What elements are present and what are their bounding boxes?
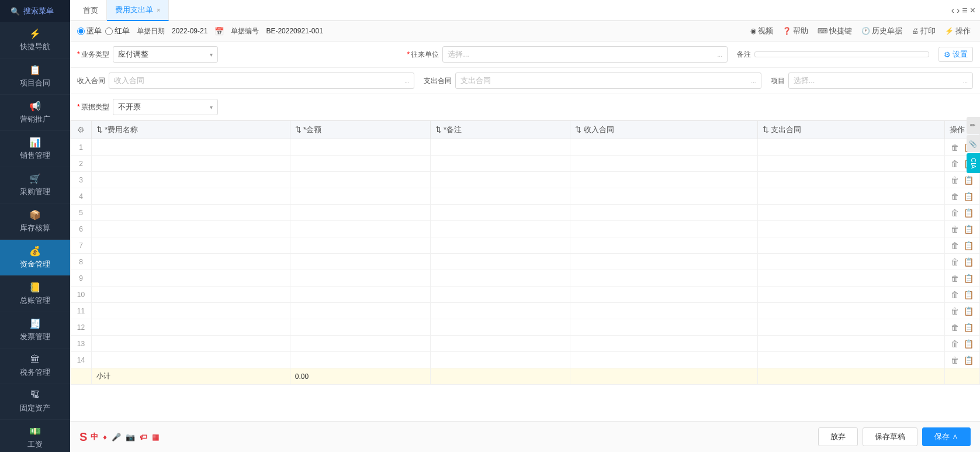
delete-row-btn[interactable]: 🗑 <box>951 257 959 267</box>
row-expense-contract[interactable] <box>757 303 944 319</box>
table-header-amount[interactable]: ⇅ *金额 <box>290 121 430 139</box>
project-input[interactable]: 选择... ... <box>788 73 973 89</box>
invoice-type-select[interactable]: 不开票 ▾ <box>113 99 218 115</box>
red-radio-label[interactable]: 红单 <box>105 26 130 36</box>
row-expense-name[interactable] <box>92 139 290 156</box>
delete-row-btn[interactable]: 🗑 <box>951 356 959 365</box>
copy-row-btn[interactable]: 📋 <box>964 225 974 234</box>
row-expense-contract[interactable] <box>757 254 944 270</box>
row-amount[interactable] <box>290 270 430 287</box>
copy-row-btn[interactable]: 📋 <box>964 208 974 218</box>
row-amount[interactable] <box>290 319 430 336</box>
right-tab-edit[interactable]: ✏ <box>967 117 980 134</box>
delete-row-btn[interactable]: 🗑 <box>951 225 959 234</box>
sidebar-item-payroll[interactable]: 💵工资 <box>0 420 70 452</box>
sidebar-item-capital-mgmt[interactable]: 💰资金管理 <box>0 240 70 276</box>
shortcut-btn[interactable]: ⌨ 快捷键 <box>815 25 854 37</box>
row-expense-name[interactable] <box>92 156 290 172</box>
tab-close-all-icon[interactable]: × <box>970 5 975 16</box>
partner-input[interactable]: 选择... ... <box>442 46 728 63</box>
row-remark[interactable] <box>430 287 570 303</box>
tab-expense-form[interactable]: 费用支出单× <box>107 0 169 21</box>
row-remark[interactable] <box>430 188 570 205</box>
save-draft-button[interactable]: 保存草稿 <box>863 427 917 446</box>
delete-row-btn[interactable]: 🗑 <box>951 192 959 201</box>
row-remark[interactable] <box>430 319 570 336</box>
blue-radio[interactable] <box>77 27 85 35</box>
discard-button[interactable]: 放弃 <box>818 427 858 446</box>
brand-icon-4[interactable]: 📷 <box>126 433 135 441</box>
row-expense-name[interactable] <box>92 352 290 368</box>
delete-row-btn[interactable]: 🗑 <box>951 143 959 152</box>
row-amount[interactable] <box>290 205 430 221</box>
row-expense-name[interactable] <box>92 287 290 303</box>
row-remark[interactable] <box>430 336 570 352</box>
brand-icon-5[interactable]: 🏷 <box>140 433 147 441</box>
row-income-contract[interactable] <box>570 303 757 319</box>
row-remark[interactable] <box>430 139 570 156</box>
calendar-icon[interactable]: 📅 <box>214 27 224 36</box>
sidebar-item-inventory[interactable]: 📦库存核算 <box>0 203 70 240</box>
row-expense-contract[interactable] <box>757 205 944 221</box>
table-header-expense-name[interactable]: ⇅ *费用名称 <box>92 121 290 139</box>
brand-icon-6[interactable]: ▦ <box>152 433 159 441</box>
delete-row-btn[interactable]: 🗑 <box>951 290 959 299</box>
right-tab-attach[interactable]: 📎 <box>967 135 980 152</box>
row-remark[interactable] <box>430 270 570 287</box>
copy-row-btn[interactable]: 📋 <box>964 175 974 185</box>
row-income-contract[interactable] <box>570 319 757 336</box>
copy-row-btn[interactable]: 📋 <box>964 241 974 250</box>
copy-row-btn[interactable]: 📋 <box>964 274 974 283</box>
tab-list-icon[interactable]: ≡ <box>962 5 967 16</box>
copy-row-btn[interactable]: 📋 <box>964 257 974 267</box>
sidebar-item-fixed-assets[interactable]: 🏗固定资产 <box>0 384 70 420</box>
brand-icon-2[interactable]: ♦ <box>103 433 107 441</box>
row-income-contract[interactable] <box>570 336 757 352</box>
row-amount[interactable] <box>290 336 430 352</box>
row-remark[interactable] <box>430 172 570 188</box>
row-expense-name[interactable] <box>92 221 290 237</box>
sidebar-item-tax-mgmt[interactable]: 🏛税务管理 <box>0 349 70 384</box>
sidebar-item-project-contract[interactable]: 📋项目合同 <box>0 58 70 95</box>
row-expense-contract[interactable] <box>757 352 944 368</box>
row-expense-name[interactable] <box>92 336 290 352</box>
row-amount[interactable] <box>290 172 430 188</box>
table-header-income-contract[interactable]: ⇅ 收入合同 <box>570 121 757 139</box>
right-tab-cia[interactable]: CIA <box>967 153 980 173</box>
row-income-contract[interactable] <box>570 287 757 303</box>
tab-close-expense-form[interactable]: × <box>157 6 160 13</box>
income-contract-input[interactable]: 收入合同 ... <box>109 73 414 89</box>
video-btn[interactable]: ◉ 视频 <box>748 25 775 37</box>
row-remark[interactable] <box>430 352 570 368</box>
row-amount[interactable] <box>290 352 430 368</box>
blue-radio-label[interactable]: 蓝单 <box>77 26 102 36</box>
row-income-contract[interactable] <box>570 237 757 254</box>
copy-row-btn[interactable]: 📋 <box>964 339 974 349</box>
row-expense-contract[interactable] <box>757 270 944 287</box>
delete-row-btn[interactable]: 🗑 <box>951 241 959 250</box>
row-remark[interactable] <box>430 205 570 221</box>
expense-dots[interactable]: ... <box>751 78 756 84</box>
expense-contract-input[interactable]: 支出合同 ... <box>455 73 761 89</box>
row-income-contract[interactable] <box>570 188 757 205</box>
help-btn[interactable]: ❓ 帮助 <box>780 25 811 37</box>
sidebar-search[interactable]: 🔍 搜索菜单 <box>0 0 70 22</box>
history-btn[interactable]: 🕐 历史单据 <box>859 25 905 37</box>
row-income-contract[interactable] <box>570 221 757 237</box>
copy-row-btn[interactable]: 📋 <box>964 306 974 316</box>
red-radio[interactable] <box>105 27 113 35</box>
row-expense-name[interactable] <box>92 237 290 254</box>
delete-row-btn[interactable]: 🗑 <box>951 159 959 168</box>
tab-prev-icon[interactable]: ‹ <box>951 5 954 16</box>
row-amount[interactable] <box>290 287 430 303</box>
sidebar-item-invoice-mgmt[interactable]: 🧾发票管理 <box>0 312 70 349</box>
delete-row-btn[interactable]: 🗑 <box>951 175 959 185</box>
row-expense-name[interactable] <box>92 172 290 188</box>
row-income-contract[interactable] <box>570 270 757 287</box>
row-expense-contract[interactable] <box>757 221 944 237</box>
row-expense-contract[interactable] <box>757 319 944 336</box>
row-amount[interactable] <box>290 303 430 319</box>
row-expense-name[interactable] <box>92 319 290 336</box>
project-dots[interactable]: ... <box>963 78 968 84</box>
table-header-expense-contract[interactable]: ⇅ 支出合同 <box>757 121 944 139</box>
